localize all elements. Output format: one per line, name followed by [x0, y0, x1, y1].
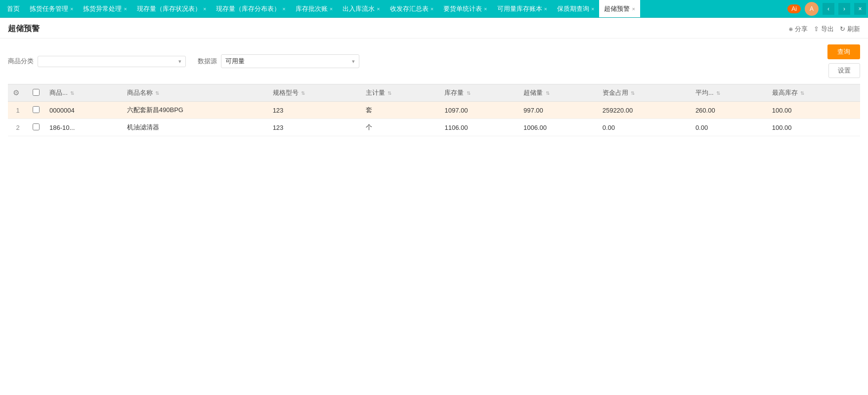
category-filter: 商品分类 ▾	[8, 56, 186, 67]
row-num-0: 1	[8, 102, 28, 119]
header-actions: ⎈ 分享 ⇧ 导出 ↻ 刷新	[789, 25, 860, 34]
col-settings[interactable]: ⚙	[8, 84, 28, 102]
close-tab-available[interactable]: ×	[544, 6, 547, 12]
settings-button[interactable]: 设置	[828, 63, 860, 78]
row-stock-0: 1097.00	[439, 102, 519, 119]
row-num-1: 2	[8, 119, 28, 136]
refresh-action[interactable]: ↻ 刷新	[840, 25, 860, 34]
select-all-checkbox[interactable]	[33, 89, 40, 96]
row-overstock-0: 997.00	[519, 102, 598, 119]
topbar: 首页 拣货任务管理 × 拣货异常处理 × 现存量（库存状况表） × 现存量（库存…	[0, 0, 868, 18]
main-content: 超储预警 ⎈ 分享 ⇧ 导出 ↻ 刷新 商品分类 ▾ 数据源	[0, 18, 868, 395]
row-checkbox-1[interactable]	[28, 119, 44, 136]
close-tab-quality[interactable]: ×	[591, 6, 594, 12]
export-action[interactable]: ⇧ 导出	[814, 25, 834, 34]
sort-spec-icon: ⇅	[301, 90, 305, 96]
nav-next-btn[interactable]: ›	[838, 3, 850, 15]
row-avg-1: 0.00	[691, 119, 767, 136]
col-unit[interactable]: 主计量 ⇅	[361, 84, 440, 102]
sort-max-stock-icon: ⇅	[800, 90, 804, 96]
tab-stock-dist[interactable]: 现存量（库存分布表） ×	[211, 0, 290, 18]
datasource-filter: 数据源 可用量 ▾	[198, 54, 359, 68]
row-checkbox-0[interactable]	[28, 102, 44, 119]
col-max-stock[interactable]: 最高库存 ⇅	[767, 84, 860, 102]
row-overstock-1: 1006.00	[519, 119, 598, 136]
sort-avg-icon: ⇅	[716, 90, 720, 96]
col-checkbox	[28, 84, 44, 102]
tab-summary[interactable]: 收发存汇总表 ×	[385, 0, 438, 18]
query-button[interactable]: 查询	[827, 44, 860, 59]
tab-home[interactable]: 首页	[2, 0, 25, 18]
topbar-right: Ai A ‹ › ×	[787, 2, 866, 16]
gear-icon[interactable]: ⚙	[13, 88, 19, 97]
close-tab-task-mgmt[interactable]: ×	[70, 6, 73, 12]
col-avg[interactable]: 平均... ⇅	[691, 84, 767, 102]
row-select-0[interactable]	[33, 106, 40, 113]
page-title: 超储预警	[8, 24, 40, 34]
tab-flow[interactable]: 出入库流水 ×	[338, 0, 385, 18]
col-spec[interactable]: 规格型号 ⇅	[268, 84, 361, 102]
sort-overstock-icon: ⇅	[546, 90, 550, 96]
data-table: ⚙ 商品... ⇅ 商品名称 ⇅ 规格型号 ⇅	[8, 84, 860, 136]
sort-product-name-icon: ⇅	[155, 90, 159, 96]
row-product-name-0: 六配套新昌490BPG	[122, 102, 268, 119]
col-product-code[interactable]: 商品... ⇅	[44, 84, 122, 102]
row-stock-1: 1106.00	[439, 119, 519, 136]
row-max-stock-1: 100.00	[767, 119, 860, 136]
tab-demand[interactable]: 要货单统计表 ×	[438, 0, 492, 18]
tab-available[interactable]: 可用量库存账本 ×	[492, 0, 552, 18]
sort-stock-icon: ⇅	[467, 90, 471, 96]
tab-exception[interactable]: 拣货异常处理 ×	[78, 0, 131, 18]
col-overstock[interactable]: 超储量 ⇅	[519, 84, 598, 102]
close-tab-stock-status[interactable]: ×	[203, 6, 206, 12]
refresh-icon: ↻	[840, 25, 845, 33]
table-row: 2 186-10... 机油滤清器 123 个 1106.00 1006.00 …	[8, 119, 860, 136]
table-wrapper: ⚙ 商品... ⇅ 商品名称 ⇅ 规格型号 ⇅	[0, 84, 868, 136]
row-max-stock-0: 100.00	[767, 102, 860, 119]
filter-buttons: 查询 设置	[827, 44, 860, 78]
table-row: 1 0000004 六配套新昌490BPG 123 套 1097.00 997.…	[8, 102, 860, 119]
category-label: 商品分类	[8, 57, 34, 66]
row-select-1[interactable]	[33, 123, 40, 130]
row-product-code-0: 0000004	[44, 102, 122, 119]
datasource-value: 可用量	[225, 57, 245, 66]
sort-product-code-icon: ⇅	[70, 90, 74, 96]
row-product-code-1: 186-10...	[44, 119, 122, 136]
table-body: 1 0000004 六配套新昌490BPG 123 套 1097.00 997.…	[8, 102, 860, 136]
close-tab-overstock[interactable]: ×	[632, 6, 635, 12]
close-tab-stock-dist[interactable]: ×	[282, 6, 285, 12]
close-tab-batch[interactable]: ×	[330, 6, 333, 12]
close-tab-flow[interactable]: ×	[377, 6, 380, 12]
row-avg-0: 260.00	[691, 102, 767, 119]
close-tab-demand[interactable]: ×	[484, 6, 487, 12]
tab-task-mgmt[interactable]: 拣货任务管理 ×	[25, 0, 78, 18]
category-select[interactable]: ▾	[38, 56, 186, 67]
tab-batch[interactable]: 库存批次账 ×	[291, 0, 338, 18]
col-product-name[interactable]: 商品名称 ⇅	[122, 84, 268, 102]
datasource-select[interactable]: 可用量 ▾	[221, 54, 359, 68]
datasource-label: 数据源	[198, 57, 217, 66]
row-capital-1: 0.00	[598, 119, 691, 136]
user-avatar[interactable]: A	[805, 2, 819, 16]
page-header: 超储预警 ⎈ 分享 ⇧ 导出 ↻ 刷新	[0, 18, 868, 39]
col-capital[interactable]: 资金占用 ⇅	[598, 84, 691, 102]
row-product-name-1: 机油滤清器	[122, 119, 268, 136]
row-spec-0: 123	[268, 102, 361, 119]
nav-close-btn[interactable]: ×	[854, 3, 866, 15]
row-capital-0: 259220.00	[598, 102, 691, 119]
share-icon: ⎈	[789, 25, 793, 33]
ai-badge[interactable]: Ai	[787, 4, 801, 13]
nav-prev-btn[interactable]: ‹	[823, 3, 834, 15]
tab-overstock[interactable]: 超储预警 ×	[599, 0, 640, 18]
col-stock[interactable]: 库存量 ⇅	[439, 84, 519, 102]
close-tab-exception[interactable]: ×	[124, 6, 127, 12]
tab-quality[interactable]: 保质期查询 ×	[552, 0, 599, 18]
share-action[interactable]: ⎈ 分享	[789, 25, 808, 34]
row-unit-1: 个	[361, 119, 440, 136]
sort-unit-icon: ⇅	[388, 90, 391, 96]
datasource-arrow-icon: ▾	[352, 58, 355, 65]
row-unit-0: 套	[361, 102, 440, 119]
close-tab-summary[interactable]: ×	[431, 6, 434, 12]
row-spec-1: 123	[268, 119, 361, 136]
tab-stock-status[interactable]: 现存量（库存状况表） ×	[132, 0, 211, 18]
